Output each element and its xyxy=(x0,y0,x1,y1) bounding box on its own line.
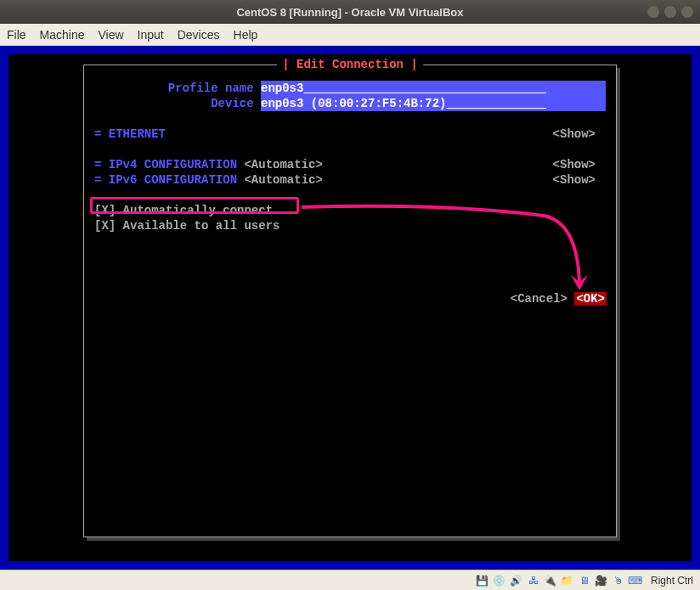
record-icon[interactable]: 🎥 xyxy=(595,574,608,587)
outer-frame: CentOS 8 [Running] - Oracle VM VirtualBo… xyxy=(0,0,700,590)
ipv6-row: = IPv6 CONFIGURATION <Automatic> <Show> xyxy=(94,172,606,188)
device-input[interactable]: enp0s3 (08:00:27:F5:4B:72) xyxy=(261,96,606,111)
menu-input[interactable]: Input xyxy=(138,28,164,42)
maximize-icon[interactable] xyxy=(664,6,676,18)
window-titlebar: CentOS 8 [Running] - Oracle VM VirtualBo… xyxy=(0,0,700,24)
close-icon[interactable] xyxy=(681,6,693,18)
audio-icon[interactable]: 🔊 xyxy=(510,574,523,587)
menu-view[interactable]: View xyxy=(98,28,123,42)
virtualbox-window: CentOS 8 [Running] - Oracle VM VirtualBo… xyxy=(0,0,700,590)
console: | Edit Connection | Profile name enp0s3 … xyxy=(8,54,692,561)
ipv6-show-button[interactable]: <Show> xyxy=(553,172,596,188)
keyboard-icon[interactable]: ⌨ xyxy=(629,574,642,587)
dialog-content: Profile name enp0s3 Device enp0s3 (08:00… xyxy=(84,65,616,249)
profile-input[interactable]: enp0s3 xyxy=(261,81,606,96)
mouse-icon[interactable]: 🖱 xyxy=(612,574,625,587)
profile-label: Profile name xyxy=(94,81,261,96)
minimize-icon[interactable] xyxy=(647,6,659,18)
window-title: CentOS 8 [Running] - Oracle VM VirtualBo… xyxy=(236,6,463,19)
cd-icon[interactable]: 💿 xyxy=(493,574,506,587)
usb-icon[interactable]: 🔌 xyxy=(544,574,557,587)
menu-devices[interactable]: Devices xyxy=(178,28,220,42)
profile-row: Profile name enp0s3 xyxy=(94,81,606,96)
ethernet-show-button[interactable]: <Show> xyxy=(553,126,596,142)
menubar: File Machine View Input Devices Help xyxy=(0,24,700,46)
ipv4-show-button[interactable]: <Show> xyxy=(553,157,596,172)
auto-connect-checkbox[interactable]: [X] Automatically connect xyxy=(94,203,606,218)
ipv4-value[interactable]: <Automatic> xyxy=(237,157,323,172)
statusbar: 💾 💿 🔊 🖧 🔌 📁 🖥 🎥 🖱 ⌨ Right Ctrl xyxy=(0,570,700,590)
cancel-button[interactable]: <Cancel> xyxy=(511,292,567,306)
dialog-title: | Edit Connection | xyxy=(277,58,423,71)
display-icon[interactable]: 🖥 xyxy=(578,574,591,587)
hd-icon[interactable]: 💾 xyxy=(476,574,489,587)
ipv6-value[interactable]: <Automatic> xyxy=(237,172,323,188)
network-icon[interactable]: 🖧 xyxy=(527,574,540,587)
device-row: Device enp0s3 (08:00:27:F5:4B:72) xyxy=(94,96,606,111)
button-row: <Cancel> <OK> xyxy=(511,292,607,306)
ipv4-row: = IPv4 CONFIGURATION <Automatic> <Show> xyxy=(94,157,606,172)
ipv4-section[interactable]: = IPv4 CONFIGURATION xyxy=(94,157,237,172)
menu-help[interactable]: Help xyxy=(234,28,258,42)
all-users-checkbox[interactable]: [X] Available to all users xyxy=(94,218,606,233)
device-label: Device xyxy=(94,96,261,111)
vm-screen[interactable]: | Edit Connection | Profile name enp0s3 … xyxy=(0,46,700,570)
ethernet-section[interactable]: = ETHERNET xyxy=(94,126,166,142)
menu-file[interactable]: File xyxy=(7,28,26,42)
host-key-label: Right Ctrl xyxy=(651,575,693,587)
titlebar-controls xyxy=(647,6,693,18)
folder-icon[interactable]: 📁 xyxy=(561,574,574,587)
ethernet-row: = ETHERNET <Show> xyxy=(94,126,606,142)
menu-machine[interactable]: Machine xyxy=(40,28,85,42)
ipv6-section[interactable]: = IPv6 CONFIGURATION xyxy=(94,172,237,188)
ok-button[interactable]: <OK> xyxy=(574,292,607,306)
